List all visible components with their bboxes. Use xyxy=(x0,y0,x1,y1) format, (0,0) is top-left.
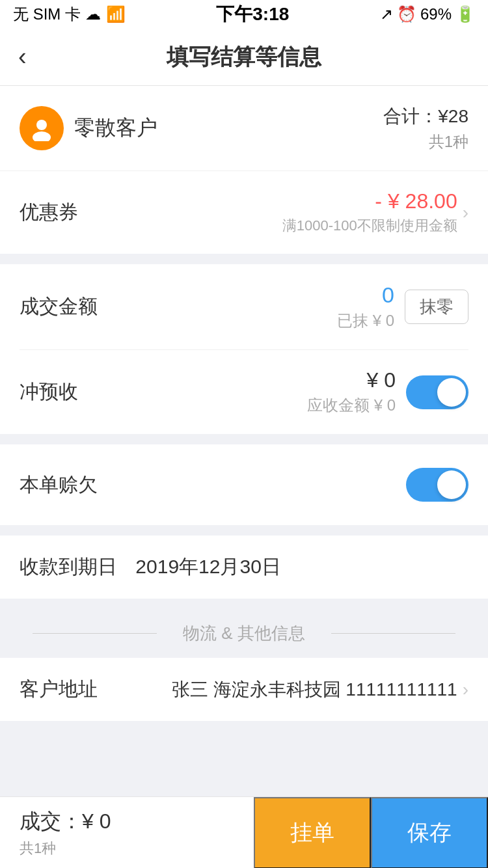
svg-point-1 xyxy=(33,131,51,141)
due-date-value: 2019年12月30日 xyxy=(135,556,280,577)
battery-icon: 🔋 xyxy=(455,5,475,23)
divider-right xyxy=(331,633,455,634)
deal-amount-label: 成交金额 xyxy=(20,293,98,320)
wifi-icon: 📶 xyxy=(106,5,126,23)
coupon-label: 优惠券 xyxy=(20,199,78,226)
deal-amount-value-col: 0 已抹 ¥ 0 xyxy=(337,282,394,331)
back-button[interactable]: ‹ xyxy=(18,43,27,71)
credit-label: 本单赊欠 xyxy=(20,472,98,498)
bottom-deal-value: ¥ 0 xyxy=(82,809,111,833)
location-icon: ↗ xyxy=(380,5,393,23)
bottom-deal-sub: 共1种 xyxy=(20,839,234,858)
due-date-section: 收款到期日 2019年12月30日 xyxy=(0,536,488,599)
chevron-right-icon: › xyxy=(463,202,468,223)
bottom-bar: 成交：¥ 0 共1种 挂单 保存 xyxy=(0,796,488,868)
no-sim-text: 无 SIM 卡 ☁ xyxy=(13,4,101,25)
customer-total: 合计：¥28 共1种 xyxy=(383,104,468,152)
bottom-summary: 成交：¥ 0 共1种 xyxy=(0,807,254,858)
toggle-knob xyxy=(437,378,466,407)
address-value: 张三 海淀永丰科技园 11111111111 xyxy=(172,677,457,702)
customer-left: 零散客户 xyxy=(20,106,157,150)
coupon-info: - ¥ 28.00 满1000-100不限制使用金额 xyxy=(282,189,457,236)
total-sub: 共1种 xyxy=(383,131,468,152)
status-bar: 无 SIM 卡 ☁ 📶 下午3:18 ↗ ⏰ 69% 🔋 xyxy=(0,0,488,29)
logistics-label: 物流 & 其他信息 xyxy=(183,622,305,645)
prepaid-value-col: ¥ 0 应收金额 ¥ 0 xyxy=(307,368,396,416)
coupon-row[interactable]: 优惠券 - ¥ 28.00 满1000-100不限制使用金额 › xyxy=(0,170,488,254)
prepaid-label: 冲预收 xyxy=(20,379,78,405)
total-amount: 合计：¥28 xyxy=(383,104,468,129)
save-button[interactable]: 保存 xyxy=(371,797,488,869)
bottom-deal-amount: 成交：¥ 0 xyxy=(20,807,234,836)
nav-bar: ‹ 填写结算等信息 xyxy=(0,29,488,86)
page-title: 填写结算等信息 xyxy=(167,42,321,72)
address-section[interactable]: 客户地址 张三 海淀永丰科技园 11111111111 › xyxy=(0,658,488,721)
prepaid-value: ¥ 0 xyxy=(307,368,396,392)
bottom-deal-label: 成交： xyxy=(20,809,82,833)
credit-section: 本单赊欠 xyxy=(0,444,488,525)
deal-amount-section: 成交金额 0 已抹 ¥ 0 抹零 冲预收 ¥ 0 应收金额 ¥ 0 xyxy=(0,264,488,434)
due-date-label: 收款到期日 xyxy=(20,556,117,577)
prepaid-toggle[interactable] xyxy=(406,375,468,409)
address-chevron-icon: › xyxy=(463,679,468,700)
avatar xyxy=(20,106,64,150)
customer-row: 零散客户 合计：¥28 共1种 xyxy=(0,86,488,170)
address-label: 客户地址 xyxy=(20,676,98,703)
deal-amount-sub: 已抹 ¥ 0 xyxy=(337,310,394,331)
address-right: 张三 海淀永丰科技园 11111111111 › xyxy=(172,677,468,702)
prepaid-right: ¥ 0 应收金额 ¥ 0 xyxy=(307,368,468,416)
customer-section: 零散客户 合计：¥28 共1种 优惠券 - ¥ 28.00 满1000-100不… xyxy=(0,86,488,254)
svg-point-0 xyxy=(36,120,47,130)
credit-toggle-knob xyxy=(437,470,466,499)
logistics-label-row: 物流 & 其他信息 xyxy=(20,622,468,645)
alarm-icon: ⏰ xyxy=(397,5,416,23)
logistics-divider: 物流 & 其他信息 xyxy=(0,609,488,658)
divider-left xyxy=(33,633,157,634)
hold-button[interactable]: 挂单 xyxy=(254,797,371,869)
prepaid-sub: 应收金额 ¥ 0 xyxy=(307,395,396,416)
credit-toggle[interactable] xyxy=(406,468,468,502)
status-left: 无 SIM 卡 ☁ 📶 xyxy=(13,4,126,25)
deal-amount-row: 成交金额 0 已抹 ¥ 0 抹零 xyxy=(20,264,468,350)
coupon-amount: - ¥ 28.00 xyxy=(282,189,457,213)
deal-amount-input[interactable]: 0 xyxy=(337,282,394,308)
coupon-desc: 满1000-100不限制使用金额 xyxy=(282,216,457,236)
battery-text: 69% xyxy=(420,5,452,23)
round-button[interactable]: 抹零 xyxy=(405,290,468,324)
deal-amount-right: 0 已抹 ¥ 0 抹零 xyxy=(337,282,468,331)
status-time: 下午3:18 xyxy=(216,2,289,27)
status-right: ↗ ⏰ 69% 🔋 xyxy=(380,5,475,23)
prepaid-row: 冲预收 ¥ 0 应收金额 ¥ 0 xyxy=(20,350,468,434)
coupon-right: - ¥ 28.00 满1000-100不限制使用金额 › xyxy=(282,189,468,236)
customer-name: 零散客户 xyxy=(74,114,157,142)
